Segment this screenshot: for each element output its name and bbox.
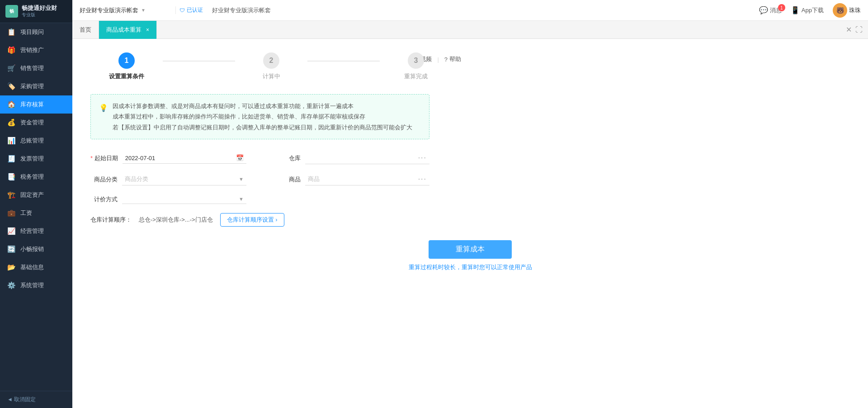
info-line-2: 成本重算过程中，影响库存账的操作均不能操作，比如进货单、销货单、库存单据不能审核… xyxy=(113,111,412,122)
sidebar-item-invoice[interactable]: 🧾 发票管理 xyxy=(0,150,72,168)
sidebar-item-payroll[interactable]: 💼 工资 xyxy=(0,204,72,222)
sales-icon: 🛒 xyxy=(7,64,16,72)
step-3-label: 重算完成 xyxy=(404,72,428,81)
tab-cost-recalc[interactable]: 商品成本重算 × xyxy=(99,21,157,39)
sidebar-item-assets[interactable]: 🏗️ 固定资产 xyxy=(0,186,72,204)
product-input[interactable]: 商品 ··· xyxy=(305,173,429,185)
verified-badge: 🛡 已认证 xyxy=(175,6,207,14)
sidebar-item-label: 发票管理 xyxy=(20,155,44,163)
steps-container: 1 设置重算条件 2 计算中 3 重算完成 xyxy=(90,52,452,81)
account-name: 好业财专业版演示帐套 xyxy=(80,6,138,14)
product-row: 商品 商品 ··· xyxy=(274,173,429,185)
sidebar-item-system[interactable]: ⚙️ 系统管理 xyxy=(0,276,72,294)
sidebar-item-expense[interactable]: 🔄 小畅报销 xyxy=(0,240,72,258)
start-date-label: 起始日期 xyxy=(90,154,118,162)
sidebar-logo: 畅 xyxy=(5,5,18,18)
sidebar-item-label: 系统管理 xyxy=(20,281,44,289)
topbar-right: 💬 消息 1 📱 App下载 🐻 珠珠 xyxy=(759,3,861,18)
warehouse-order-row: 仓库计算顺序： 总仓->深圳仓库->...->门店仓 仓库计算顺序设置 › xyxy=(90,213,429,227)
product-more-icon[interactable]: ··· xyxy=(418,175,427,183)
tab-label: 商品成本重算 xyxy=(106,26,142,34)
question-icon: ? xyxy=(444,56,448,63)
sidebar-nav: 📋 项目顾问 🎁 营销推广 🛒 销售管理 🏷️ 采购管理 🏠 库存核算 💰 资金… xyxy=(0,23,72,391)
compute-btn-label: 重算成本 xyxy=(456,245,485,253)
sidebar-item-accounting[interactable]: 📊 总账管理 xyxy=(0,132,72,150)
pricing-select[interactable]: ▼ xyxy=(122,195,246,204)
message-action[interactable]: 💬 消息 1 xyxy=(759,6,782,14)
tab-expand-icon[interactable]: ⛶ xyxy=(855,26,863,34)
tab-close-icon[interactable]: × xyxy=(146,27,149,33)
system-icon: ⚙️ xyxy=(7,281,16,289)
tax-icon: 📑 xyxy=(7,173,16,181)
info-box: 💡 因成本计算参数调整、或是对商品成本有疑问时，可以通过成本重算功能，重新计算一… xyxy=(90,94,429,139)
sidebar-item-label: 经营管理 xyxy=(20,227,44,235)
sidebar-item-label: 税务管理 xyxy=(20,173,44,181)
sidebar-item-label: 固定资产 xyxy=(20,191,44,199)
invoice-icon: 🧾 xyxy=(7,155,16,163)
sidebar-item-basic[interactable]: 📂 基础信息 xyxy=(0,258,72,276)
app-download-label: App下载 xyxy=(802,6,824,14)
sidebar-item-label: 销售管理 xyxy=(20,64,44,72)
calendar-icon[interactable]: 📅 xyxy=(236,154,244,161)
app-download-action[interactable]: 📱 App下载 xyxy=(791,6,824,14)
category-placeholder: 商品分类 xyxy=(125,175,239,183)
sidebar-item-label: 项目顾问 xyxy=(20,28,44,36)
message-icon: 💬 xyxy=(759,6,768,14)
warehouse-order-value: 总仓->深圳仓库->...->门店仓 xyxy=(139,216,213,224)
tabs-bar: 首页 商品成本重算 × ✕ ⛶ xyxy=(72,21,868,39)
tab-home-label: 首页 xyxy=(80,26,91,34)
category-chevron-icon: ▼ xyxy=(239,176,244,182)
help-link[interactable]: ? 帮助 xyxy=(444,55,461,63)
info-line-1: 因成本计算参数调整、或是对商品成本有疑问时，可以通过成本重算功能，重新计算一遍成… xyxy=(113,101,412,111)
sidebar-item-label: 资金管理 xyxy=(20,119,44,127)
sidebar-item-marketing[interactable]: 🎁 营销推广 xyxy=(0,41,72,59)
main-area: 好业财专业版演示帐套 ▼ 🛡 已认证 好业财专业版演示帐套 💬 消息 1 📱 A… xyxy=(72,0,868,408)
sidebar-item-inventory[interactable]: 🏠 库存核算 xyxy=(0,95,72,114)
basic-icon: 📂 xyxy=(7,263,16,271)
step-2-circle: 2 xyxy=(263,52,279,69)
user-avatar-action[interactable]: 🐻 珠珠 xyxy=(833,3,861,18)
pricing-chevron-icon: ▼ xyxy=(239,196,244,202)
purchase-icon: 🏷️ xyxy=(7,82,16,90)
step-1-number: 1 xyxy=(125,57,129,65)
account-selector[interactable]: 好业财专业版演示帐套 ▼ xyxy=(80,6,170,14)
category-row: 商品分类 商品分类 ▼ xyxy=(90,173,246,185)
tab-home[interactable]: 首页 xyxy=(72,21,99,39)
info-content: 因成本计算参数调整、或是对商品成本有疑问时，可以通过成本重算功能，重新计算一遍成… xyxy=(113,101,412,133)
sidebar-item-label: 基础信息 xyxy=(20,263,44,271)
step-1: 1 设置重算条件 xyxy=(90,52,163,81)
category-select[interactable]: 商品分类 ▼ xyxy=(122,173,246,185)
sidebar-item-sales[interactable]: 🛒 销售管理 xyxy=(0,59,72,77)
warehouse-input[interactable]: ··· xyxy=(305,152,429,164)
logo-icon: 畅 xyxy=(9,8,14,14)
warehouse-order-label: 仓库计算顺序： xyxy=(90,216,132,224)
account-chevron-icon: ▼ xyxy=(141,8,146,13)
content-wrapper: 1 设置重算条件 2 计算中 3 重算完成 xyxy=(90,52,850,271)
username: 珠珠 xyxy=(849,6,861,14)
sidebar-item-tax[interactable]: 📑 税务管理 xyxy=(0,168,72,186)
step-2-label: 计算中 xyxy=(263,72,280,81)
start-date-value: 2022-07-01 xyxy=(125,155,233,161)
compute-button[interactable]: 重算成本 xyxy=(429,240,512,259)
sidebar-item-purchase[interactable]: 🏷️ 采购管理 xyxy=(0,77,72,95)
step-1-label: 设置重算条件 xyxy=(109,72,144,81)
tab-close-window-icon[interactable]: ✕ xyxy=(846,25,852,34)
sidebar-item-finance[interactable]: 💰 资金管理 xyxy=(0,114,72,132)
start-date-input[interactable]: 2022-07-01 📅 xyxy=(123,152,246,164)
sidebar-item-project[interactable]: 📋 项目顾问 xyxy=(0,23,72,41)
sidebar-item-label: 小畅报销 xyxy=(20,245,44,253)
payroll-icon: 💼 xyxy=(7,209,16,217)
compute-section: 重算成本 重算过程耗时较长，重算时您可以正常使用产品 xyxy=(90,240,850,271)
sidebar-item-label: 总账管理 xyxy=(20,137,44,145)
sidebar-item-label: 工资 xyxy=(20,209,32,217)
verified-text: 已认证 xyxy=(187,6,203,14)
product-placeholder: 商品 xyxy=(308,175,415,183)
sidebar-item-operations[interactable]: 📈 经营管理 xyxy=(0,222,72,240)
sidebar-brand: 畅捷通好业财 专业版 xyxy=(22,5,57,18)
step-3-circle: 3 xyxy=(408,52,424,69)
warehouse-btn-label: 仓库计算顺序设置 › xyxy=(227,216,278,224)
warehouse-order-settings-button[interactable]: 仓库计算顺序设置 › xyxy=(220,213,284,227)
warehouse-more-icon[interactable]: ··· xyxy=(418,154,427,162)
sidebar-footer-pin[interactable]: ◄ 取消固定 xyxy=(0,391,72,408)
content-area: 1 设置重算条件 2 计算中 3 重算完成 xyxy=(72,39,868,408)
